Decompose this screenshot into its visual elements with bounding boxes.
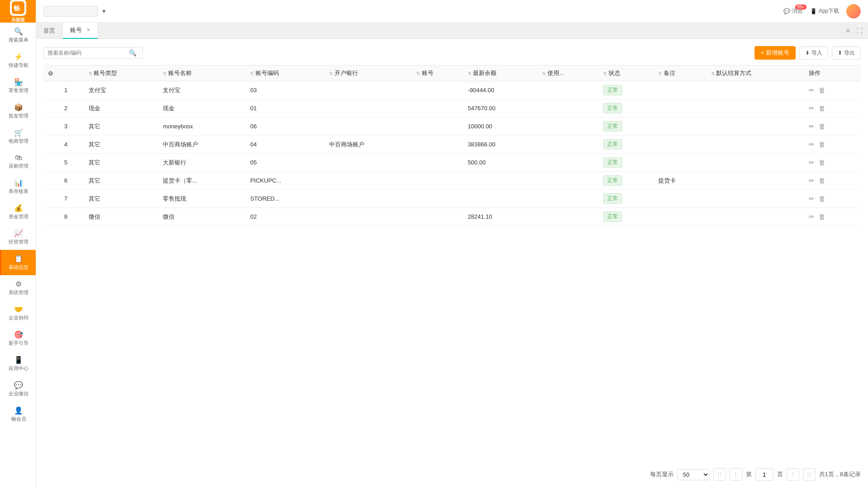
sidebar-item-ecommerce[interactable]: 🛒 电商管理 xyxy=(0,124,36,149)
row-name-3: moneybosx xyxy=(158,117,245,136)
delete-button-8[interactable]: 🗑 xyxy=(819,213,826,221)
row-type-4: 其它 xyxy=(84,136,159,154)
delete-button-3[interactable]: 🗑 xyxy=(819,122,826,130)
sidebar-label-system: 系统管理 xyxy=(9,289,28,296)
row-default-payment-7 xyxy=(707,190,804,208)
top-header: ▼ 💬 消息 99+ 📱 App下载 xyxy=(36,0,868,23)
sidebar-item-wholesale[interactable]: 📦 批发管理 xyxy=(0,99,36,124)
row-name-7: 零售抵现 xyxy=(158,190,245,208)
edit-button-4[interactable]: ✏ xyxy=(809,141,815,148)
tab-accounts-label: 账号 xyxy=(70,26,82,34)
tab-accounts-close[interactable]: ✕ xyxy=(86,27,90,33)
row-code-7: STORED... xyxy=(245,190,325,208)
edit-button-5[interactable]: ✏ xyxy=(809,159,815,166)
message-icon: 💬 xyxy=(783,8,790,14)
row-status-5: 正常 xyxy=(599,154,654,172)
row-remark-1 xyxy=(654,81,706,99)
delete-button-4[interactable]: 🗑 xyxy=(819,141,826,148)
sidebar-item-app-center[interactable]: 📱 应用中心 xyxy=(0,351,36,376)
sidebar-item-basic-info[interactable]: 📋 基础信息 xyxy=(0,250,36,275)
col-balance[interactable]: ⇅ 最新余额 xyxy=(463,66,538,81)
row-account-1 xyxy=(412,81,463,99)
delete-button-6[interactable]: 🗑 xyxy=(819,177,826,184)
first-page-button[interactable]: ⟨⟨ xyxy=(713,468,726,481)
import-button[interactable]: ⬇ 导入 xyxy=(799,47,828,60)
edit-button-6[interactable]: ✏ xyxy=(809,177,815,184)
search-input[interactable] xyxy=(47,50,129,56)
sidebar-item-retail[interactable]: 🏪 零售管理 xyxy=(0,73,36,99)
col-code[interactable]: ⇅ 账号编码 xyxy=(245,66,325,81)
sidebar-item-quick-nav[interactable]: ⚡ 快捷导航 xyxy=(0,48,36,73)
sidebar-item-inventory[interactable]: 📊 库存核算 xyxy=(0,174,36,199)
tab-close-icon[interactable]: ✕ xyxy=(844,26,853,35)
new-account-button[interactable]: + 新增账号 xyxy=(755,46,796,60)
dropdown-arrow-icon: ▼ xyxy=(101,8,107,14)
delete-button-7[interactable]: 🗑 xyxy=(819,195,826,202)
col-settings[interactable]: ⚙ xyxy=(43,66,60,81)
tab-fullscreen-icon[interactable]: ⛶ xyxy=(854,26,864,35)
page-size-select[interactable]: 50 100 200 xyxy=(677,469,710,480)
sidebar-item-search-menu[interactable]: 🔍 搜索菜单 xyxy=(0,23,36,48)
sidebar-item-wechat[interactable]: 💬 企业微信 xyxy=(0,376,36,402)
table-row: 3 其它 moneybosx 06 10000.00 正常 ✏ 🗑 xyxy=(43,117,861,136)
row-usage-5 xyxy=(538,154,599,172)
row-default-payment-2 xyxy=(707,99,804,117)
sidebar-item-purchase[interactable]: 🛍 采购管理 xyxy=(0,149,36,174)
row-default-payment-3 xyxy=(707,117,804,136)
row-name-4: 中百商场账户 xyxy=(158,136,245,154)
col-status[interactable]: ⇅ 状态 xyxy=(599,66,654,81)
col-account[interactable]: ⇅ 账号 xyxy=(412,66,463,81)
row-balance-6 xyxy=(463,172,538,190)
col-usage[interactable]: ⇅ 使用... xyxy=(538,66,599,81)
page-input[interactable] xyxy=(755,468,774,481)
message-button[interactable]: 💬 消息 99+ xyxy=(783,7,803,15)
edit-button-3[interactable]: ✏ xyxy=(809,122,815,130)
edit-button-7[interactable]: ✏ xyxy=(809,195,815,202)
col-type[interactable]: ⇅ 账号类型 xyxy=(84,66,159,81)
tab-home-label: 首页 xyxy=(43,27,55,35)
row-balance-8: 28241.10 xyxy=(463,208,538,226)
col-name[interactable]: ⇅ 账号名称 xyxy=(158,66,245,81)
edit-button-8[interactable]: ✏ xyxy=(809,213,815,221)
accounts-table: ⚙ ⇅ 账号类型 ⇅ 账号名称 ⇅ 账号编码 ⇅ 开户银行 ⇅ 账号 ⇅ 最新余… xyxy=(43,65,861,226)
col-remark[interactable]: ⇅ 备注 xyxy=(654,66,706,81)
row-account-2 xyxy=(412,99,463,117)
user-avatar[interactable] xyxy=(846,4,861,19)
col-default-payment[interactable]: ⇅ 默认结算方式 xyxy=(707,66,804,81)
export-button[interactable]: ⬆ 导出 xyxy=(832,47,861,60)
col-bank[interactable]: ⇅ 开户银行 xyxy=(325,66,412,81)
row-name-2: 现金 xyxy=(158,99,245,117)
delete-button-5[interactable]: 🗑 xyxy=(819,159,826,166)
last-page-button[interactable]: ⟩⟩ xyxy=(803,468,816,481)
sidebar-item-finance[interactable]: 💰 资金管理 xyxy=(0,199,36,225)
sidebar-item-guide[interactable]: 🎯 新手引导 xyxy=(0,326,36,351)
header-dropdown[interactable]: ▼ xyxy=(101,8,107,14)
table-row: 7 其它 零售抵现 STORED... 正常 ✏ 🗑 xyxy=(43,190,861,208)
prev-page-button[interactable]: ⟨ xyxy=(730,468,742,481)
sidebar-item-system[interactable]: ⚙ 系统管理 xyxy=(0,275,36,300)
row-settings-6 xyxy=(43,172,60,190)
app-download-button[interactable]: 📱 App下载 xyxy=(810,7,839,15)
sidebar-icon-ecommerce: 🛒 xyxy=(14,128,23,137)
sidebar-label-retail: 零售管理 xyxy=(9,87,28,94)
header-search-input[interactable] xyxy=(43,6,98,17)
sidebar-item-member[interactable]: 👤 畅会员 xyxy=(0,402,36,427)
sidebar-icon-retail: 🏪 xyxy=(14,78,23,86)
sidebar-item-operation[interactable]: 📈 经营管理 xyxy=(0,225,36,250)
sidebar: 畅 乐版版 🔍 搜索菜单 ⚡ 快捷导航 🏪 零售管理 📦 批发管理 🛒 电商管理… xyxy=(0,0,36,488)
sidebar-icon-wechat: 💬 xyxy=(14,381,23,389)
tab-accounts[interactable]: 账号 ✕ xyxy=(63,23,98,39)
tab-bar-actions: ✕ ⛶ xyxy=(844,26,868,35)
tab-home[interactable]: 首页 xyxy=(36,23,63,39)
edit-button-1[interactable]: ✏ xyxy=(809,86,815,94)
search-icon[interactable]: 🔍 xyxy=(129,49,137,56)
total-info: 共1页，8条记录 xyxy=(819,470,861,479)
logo-sub-text: 乐版版 xyxy=(11,17,25,23)
sidebar-item-enterprise[interactable]: 🤝 企业协同 xyxy=(0,300,36,326)
next-page-button[interactable]: ⟩ xyxy=(787,468,799,481)
sidebar-icon-quick-nav: ⚡ xyxy=(14,52,23,61)
delete-button-1[interactable]: 🗑 xyxy=(819,86,826,94)
delete-button-2[interactable]: 🗑 xyxy=(819,104,826,112)
edit-button-2[interactable]: ✏ xyxy=(809,104,815,112)
tab-bar: 首页 账号 ✕ ✕ ⛶ xyxy=(36,23,868,39)
